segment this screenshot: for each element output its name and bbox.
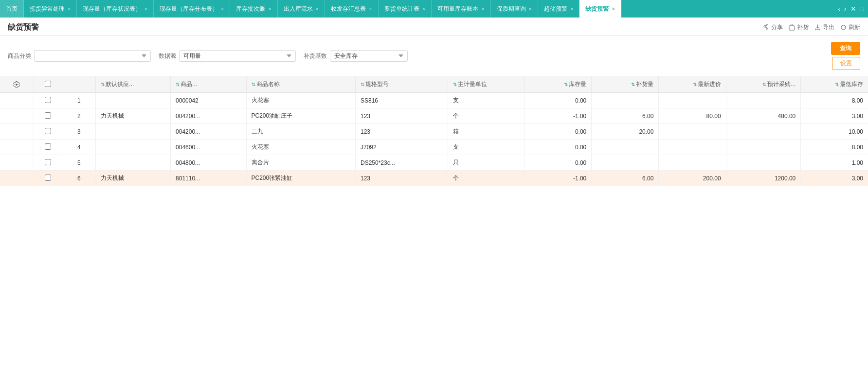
category-select[interactable]	[34, 50, 151, 62]
tab-shortage[interactable]: 缺货预警×	[579, 0, 621, 18]
tab-order-stats[interactable]: 要货单统计表×	[379, 0, 432, 18]
row-seq: 5	[62, 155, 96, 171]
row-check-cell[interactable]	[34, 155, 62, 171]
tab-close-icon[interactable]: ×	[369, 6, 372, 12]
row-seq: 6	[62, 171, 96, 186]
col-forecast-header[interactable]: ⇅预计采购...	[726, 76, 801, 93]
tab-expiry-query[interactable]: 保质期查询×	[491, 0, 538, 18]
tab-close-icon[interactable]: ×	[68, 6, 71, 12]
row-minstock: 1.00	[801, 155, 868, 171]
refresh-button[interactable]: 刷新	[840, 23, 860, 32]
row-check-cell[interactable]	[34, 93, 62, 108]
row-minstock: 8.00	[801, 140, 868, 155]
row-checkbox[interactable]	[45, 159, 51, 165]
select-all-checkbox[interactable]	[45, 81, 51, 87]
tab-label: 拣货异常处理	[30, 5, 65, 13]
tab-inventory-status[interactable]: 现存量（库存状况表）×	[77, 0, 153, 18]
tab-overstock[interactable]: 超储预警×	[538, 0, 579, 18]
tab-inout-flow[interactable]: 出入库流水×	[278, 0, 325, 18]
tab-home[interactable]: 首页	[0, 0, 24, 18]
tab-prev-button[interactable]: ‹	[836, 0, 842, 18]
col-stock-header[interactable]: ⇅库存量	[524, 76, 592, 93]
settings-button[interactable]: 设置	[832, 57, 860, 70]
row-gear-cell	[0, 171, 34, 186]
col-replenish-header[interactable]: ⇅补货量	[592, 76, 659, 93]
row-replenish: 6.00	[592, 171, 659, 186]
row-price	[659, 93, 726, 108]
row-spec: 123	[356, 108, 448, 124]
tab-receive-summary[interactable]: 收发存汇总表×	[325, 0, 378, 18]
row-minstock: 3.00	[801, 108, 868, 124]
query-button[interactable]: 查询	[831, 42, 860, 55]
tab-maximize-button[interactable]: □	[858, 0, 866, 18]
row-check-cell[interactable]	[34, 171, 62, 186]
table-row: 4 004600... 火花塞 J7092 支 0.00 8.00	[0, 140, 868, 155]
row-spec: 123	[356, 171, 448, 186]
tab-close-icon[interactable]: ×	[422, 6, 425, 12]
replenish-base-select[interactable]: 安全库存	[330, 50, 408, 62]
row-code: 0000042	[171, 93, 246, 108]
header-actions: 分享 补货 导出 刷新	[763, 23, 860, 32]
tab-close-icon[interactable]: ×	[316, 6, 319, 12]
col-check-header[interactable]	[34, 76, 62, 93]
row-price	[659, 124, 726, 140]
row-checkbox[interactable]	[45, 128, 51, 134]
table-header-row: ⇅默认供应... ⇅商品... ⇅商品名称 ⇅规格型号 ⇅主计量单位	[0, 76, 868, 93]
col-spec-header[interactable]: ⇅规格型号	[356, 76, 448, 93]
row-forecast: 1200.00	[726, 171, 801, 186]
share-label: 分享	[771, 23, 783, 32]
row-spec: 123	[356, 124, 448, 140]
table-row: 2 力天机械 004200... PC200油缸庄子 123 个 -1.00 6…	[0, 108, 868, 124]
tab-inventory-dist[interactable]: 现存量（库存分布表）×	[154, 0, 230, 18]
col-replenish-label: 补货量	[636, 81, 653, 88]
tab-available-ledger[interactable]: 可用量库存账本×	[432, 0, 490, 18]
col-supplier-header[interactable]: ⇅默认供应...	[96, 76, 171, 93]
row-code: 004800...	[171, 155, 246, 171]
row-check-cell[interactable]	[34, 108, 62, 124]
col-unit-header[interactable]: ⇅主计量单位	[448, 76, 524, 93]
tab-close-icon[interactable]: ×	[570, 6, 573, 12]
table-container: ⇅默认供应... ⇅商品... ⇅商品名称 ⇅规格型号 ⇅主计量单位	[0, 76, 868, 186]
tab-close-button[interactable]: ✕	[849, 0, 858, 18]
tab-close-icon[interactable]: ×	[529, 6, 532, 12]
export-button[interactable]: 导出	[814, 23, 834, 32]
category-label: 商品分类	[8, 52, 31, 60]
row-price: 80.00	[659, 108, 726, 124]
svg-rect-0	[789, 26, 795, 30]
replenish-base-label: 补货基数	[304, 52, 327, 60]
tab-close-icon[interactable]: ×	[612, 6, 615, 12]
row-checkbox[interactable]	[45, 143, 51, 150]
tab-label: 收发存汇总表	[331, 5, 366, 13]
page-content: 缺货预警 分享 补货 导出	[0, 18, 868, 387]
tab-next-button[interactable]: ›	[842, 0, 849, 18]
tab-exception[interactable]: 拣货异常处理×	[24, 0, 77, 18]
share-icon	[763, 24, 769, 31]
col-price-header[interactable]: ⇅最新进价	[659, 76, 726, 93]
tab-close-icon[interactable]: ×	[221, 6, 224, 12]
row-check-cell[interactable]	[34, 140, 62, 155]
row-supplier	[96, 93, 171, 108]
col-name-label: 商品名称	[256, 81, 280, 88]
tab-label: 现存量（库存分布表）	[160, 5, 218, 13]
row-stock: 0.00	[524, 155, 592, 171]
col-code-header[interactable]: ⇅商品...	[171, 76, 246, 93]
tab-batch-account[interactable]: 库存批次账×	[230, 0, 277, 18]
filter-actions: 查询 设置	[831, 42, 860, 70]
replenish-button[interactable]: 补货	[789, 23, 809, 32]
tab-close-icon[interactable]: ×	[268, 6, 271, 12]
row-gear-cell	[0, 155, 34, 171]
row-price	[659, 155, 726, 171]
row-checkbox[interactable]	[45, 112, 51, 119]
row-seq: 1	[62, 93, 96, 108]
row-checkbox[interactable]	[45, 97, 51, 103]
datasource-select[interactable]: 可用量	[179, 50, 296, 62]
col-gear-header[interactable]	[0, 76, 34, 93]
tab-close-icon[interactable]: ×	[481, 6, 484, 12]
row-check-cell[interactable]	[34, 124, 62, 140]
col-minstock-header[interactable]: ⇅最低库存	[801, 76, 868, 93]
tab-close-icon[interactable]: ×	[144, 6, 147, 12]
col-name-header[interactable]: ⇅商品名称	[246, 76, 356, 93]
share-button[interactable]: 分享	[763, 23, 783, 32]
row-supplier: 力天机械	[96, 171, 171, 186]
row-checkbox[interactable]	[45, 175, 51, 181]
